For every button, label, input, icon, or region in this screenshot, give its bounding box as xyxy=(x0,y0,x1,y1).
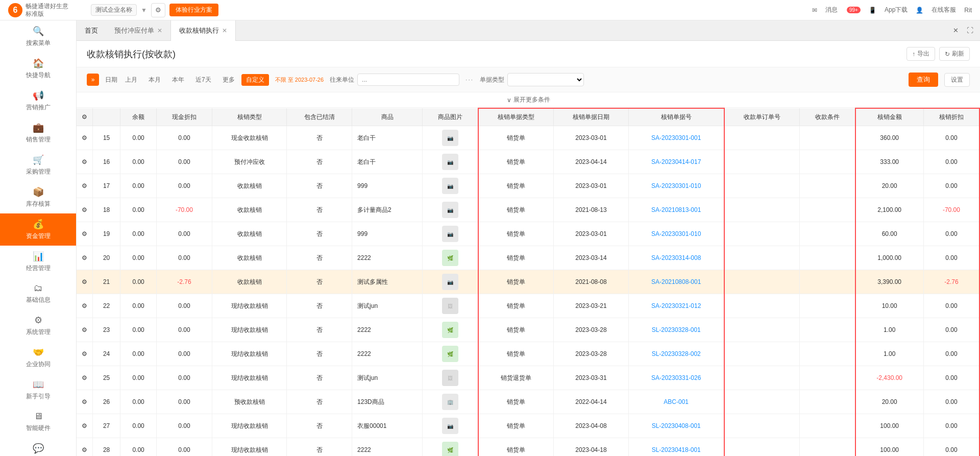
row-writeoff-bill-type: 销货单 xyxy=(478,126,553,150)
row-settings[interactable]: ⚙ xyxy=(77,342,93,366)
row-writeoff-discount: 0.00 xyxy=(923,390,979,414)
row-settings[interactable]: ⚙ xyxy=(77,174,93,198)
message-label[interactable]: 消息 xyxy=(825,6,838,14)
filter-expand-button[interactable]: » xyxy=(87,74,99,86)
writeoff-bill-link[interactable]: SA-20230301-001 xyxy=(651,134,701,141)
row-settings[interactable]: ⚙ xyxy=(77,222,93,246)
row-goods: 衣服00001 xyxy=(352,414,423,438)
row-write-off-type: 现结收款核销 xyxy=(212,342,287,366)
writeoff-bill-link[interactable]: SL-20230328-002 xyxy=(652,350,701,357)
row-settings[interactable]: ⚙ xyxy=(77,390,93,414)
operations-icon: 📊 xyxy=(33,251,44,262)
row-write-off-type: 收款核销 xyxy=(212,198,287,222)
sidebar-item-search[interactable]: 🔍 搜索菜单 xyxy=(0,20,76,53)
tab-home[interactable]: 首页 xyxy=(77,26,106,35)
sidebar-item-basic[interactable]: 🗂 基础信息 xyxy=(0,278,76,309)
row-settings[interactable]: ⚙ xyxy=(77,438,93,457)
row-settings[interactable]: ⚙ xyxy=(77,414,93,438)
sidebar-item-wechat[interactable]: 💬 企业微信 xyxy=(0,438,76,456)
sidebar-item-purchase[interactable]: 🛒 采购管理 xyxy=(0,149,76,181)
writeoff-bill-link[interactable]: SA-20230414-017 xyxy=(651,158,701,165)
date-btn-more[interactable]: 更多 xyxy=(218,74,239,86)
message-icon: ✉ xyxy=(812,7,817,14)
service-label[interactable]: 在线客服 xyxy=(932,6,956,14)
row-settings[interactable]: ⚙ xyxy=(77,198,93,222)
sidebar-item-inventory[interactable]: 📦 库存核算 xyxy=(0,181,76,213)
company-select[interactable]: 测试企业名称 xyxy=(91,4,137,16)
date-btn-this-month[interactable]: 本月 xyxy=(144,74,165,86)
writeoff-bill-link[interactable]: SL-20230408-001 xyxy=(652,422,701,429)
sidebar-item-system[interactable]: ⚙ 系统管理 xyxy=(0,309,76,342)
writeoff-bill-link[interactable]: ABC-001 xyxy=(664,398,689,405)
app-download-icon: 📱 xyxy=(869,7,876,14)
filter-settings-button[interactable]: 设置 xyxy=(944,73,970,87)
row-balance: 0.00 xyxy=(120,222,157,246)
tab-expand-button[interactable]: ⛶ xyxy=(964,25,976,37)
table-row: ⚙ 18 0.00 -70.00 收款核销 否 多计量商品2 📷 销货单 202… xyxy=(77,198,979,222)
purchase-icon: 🛒 xyxy=(33,154,44,165)
row-included-settled: 否 xyxy=(287,270,352,294)
row-settings[interactable]: ⚙ xyxy=(77,150,93,174)
sidebar-item-hardware[interactable]: 🖥 智能硬件 xyxy=(0,406,76,438)
logo-text: 畅捷通谱好生意 标准版 xyxy=(26,3,68,17)
writeoff-bill-link[interactable]: SA-20230331-026 xyxy=(651,374,701,381)
row-writeoff-amount: 20.00 xyxy=(855,390,924,414)
writeoff-bill-link[interactable]: SA-20230301-010 xyxy=(651,182,701,189)
bill-type-label: 单据类型 xyxy=(480,76,504,84)
date-btn-this-year[interactable]: 本年 xyxy=(167,74,189,86)
service-icon: 👤 xyxy=(916,7,923,14)
sidebar-label-marketing: 营销推广 xyxy=(26,103,51,112)
sidebar-item-guide[interactable]: 📖 新手引导 xyxy=(0,374,76,406)
row-writeoff-bill-date: 2023-03-31 xyxy=(554,366,629,390)
tab-prepay-close[interactable]: ✕ xyxy=(157,27,162,34)
row-seq: 16 xyxy=(93,150,120,174)
sidebar-item-operations[interactable]: 📊 经营管理 xyxy=(0,246,76,278)
row-included-settled: 否 xyxy=(287,150,352,174)
tab-prepay[interactable]: 预付冲应付单 ✕ xyxy=(106,20,171,41)
query-button[interactable]: 查询 xyxy=(909,73,938,87)
writeoff-bill-link[interactable]: SA-20210813-001 xyxy=(651,206,701,213)
writeoff-bill-link[interactable]: SA-20230301-010 xyxy=(651,230,701,237)
sidebar-item-enterprise[interactable]: 🤝 企业协同 xyxy=(0,342,76,374)
row-settings[interactable]: ⚙ xyxy=(77,318,93,342)
writeoff-bill-link[interactable]: SL-20230328-001 xyxy=(652,326,701,333)
sidebar-item-sales[interactable]: 💼 销售管理 xyxy=(0,117,76,149)
from-unit-input[interactable] xyxy=(357,74,459,86)
expand-more-button[interactable]: ∨ 展开更多条件 xyxy=(507,95,550,104)
writeoff-bill-link[interactable]: SA-20230314-008 xyxy=(651,254,701,261)
top-bar-center: 测试企业名称 ▼ ⚙ 体验行业方案 xyxy=(91,3,806,17)
table-row: ⚙ 23 0.00 0.00 现结收款核销 否 2222 🌿 销货单 2023-… xyxy=(77,318,979,342)
writeoff-bill-link[interactable]: SA-20230321-012 xyxy=(651,302,701,309)
tab-receipt[interactable]: 收款核销执行 ✕ xyxy=(171,20,236,41)
row-settings[interactable]: ⚙ xyxy=(77,270,93,294)
date-btn-custom[interactable]: 自定义 xyxy=(241,74,269,86)
home-icon: 🏠 xyxy=(33,58,44,69)
filter-dots: ··· xyxy=(465,76,474,83)
row-settings[interactable]: ⚙ xyxy=(77,246,93,270)
refresh-button[interactable]: ↻ 刷新 xyxy=(939,47,970,61)
tab-close-all-button[interactable]: ✕ xyxy=(949,25,962,37)
row-writeoff-amount: 2,100.00 xyxy=(855,198,924,222)
date-btn-last-month[interactable]: 上月 xyxy=(120,74,142,86)
th-receipt-order-no: 收款单订单号 xyxy=(724,108,799,126)
row-settings[interactable]: ⚙ xyxy=(77,294,93,318)
export-button[interactable]: ↑ 导出 xyxy=(906,47,935,61)
th-settings[interactable]: ⚙ xyxy=(77,108,93,126)
row-receipt-condition xyxy=(799,366,855,390)
date-btn-7days[interactable]: 近7天 xyxy=(191,74,216,86)
row-balance: 0.00 xyxy=(120,390,157,414)
sidebar-item-finance[interactable]: 💰 资金管理 xyxy=(0,213,76,246)
sidebar-item-quick-nav[interactable]: 🏠 快捷导航 xyxy=(0,53,76,85)
bill-type-select[interactable] xyxy=(507,73,584,86)
row-settings[interactable]: ⚙ xyxy=(77,126,93,150)
tab-receipt-close[interactable]: ✕ xyxy=(222,27,227,34)
writeoff-bill-link[interactable]: SA-20210808-001 xyxy=(651,278,701,285)
row-settings[interactable]: ⚙ xyxy=(77,366,93,390)
trial-button[interactable]: 体验行业方案 xyxy=(169,4,218,16)
row-cash-discount: -2.76 xyxy=(157,270,212,294)
row-goods: 测试jun xyxy=(352,366,423,390)
writeoff-bill-link[interactable]: SL-20230418-001 xyxy=(652,446,701,453)
app-download-label[interactable]: App下载 xyxy=(885,6,908,14)
gear-button[interactable]: ⚙ xyxy=(151,3,165,17)
sidebar-item-marketing[interactable]: 📢 营销推广 xyxy=(0,85,76,117)
